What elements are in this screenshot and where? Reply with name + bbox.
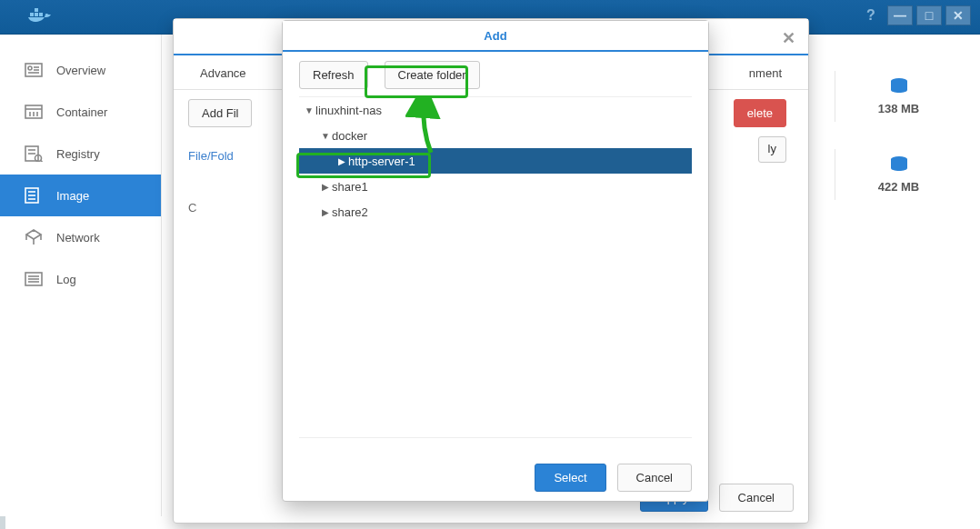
chevron-right-icon: ▶ (335, 156, 348, 166)
refresh-button[interactable]: Refresh (299, 61, 368, 89)
sidebar-item-image[interactable]: Image (0, 175, 161, 216)
svg-rect-3 (35, 8, 38, 12)
create-folder-button[interactable]: Create folder (385, 61, 480, 89)
close-button[interactable]: ✕ (945, 5, 971, 25)
svg-line-18 (41, 161, 43, 163)
tree-node-label: share2 (332, 205, 368, 219)
log-icon (24, 269, 44, 289)
tab-environment[interactable]: nment (732, 55, 799, 89)
sidebar-item-label: Image (56, 189, 89, 203)
c-label: C (188, 201, 196, 215)
database-icon (889, 155, 909, 176)
close-icon[interactable]: ✕ (782, 28, 795, 48)
maximize-button[interactable]: □ (916, 5, 942, 25)
add-dialog: Add Refresh Create folder ▼ linuxhint-na… (282, 20, 709, 502)
sidebar-item-label: Network (56, 231, 100, 245)
sidebar-item-label: Overview (56, 64, 105, 77)
add-file-button[interactable]: Add Fil (188, 99, 252, 127)
svg-rect-0 (30, 13, 34, 16)
tree-node-docker[interactable]: ▼ docker (299, 123, 692, 148)
tree-node-share2[interactable]: ▶ share2 (299, 199, 692, 225)
apply-fragment-button[interactable]: ly (758, 136, 786, 163)
select-button[interactable]: Select (535, 464, 605, 492)
overview-icon (24, 60, 44, 80)
file-folder-link[interactable]: File/Fold (188, 149, 234, 163)
sidebar: Overview Container Registry Image Networ… (0, 35, 162, 516)
svg-marker-23 (26, 230, 41, 239)
minimize-button[interactable]: — (887, 5, 913, 25)
database-icon (889, 77, 909, 98)
chevron-right-icon: ▶ (319, 207, 332, 217)
registry-icon (24, 144, 44, 164)
image-size-block: 138 MB (835, 71, 962, 122)
image-icon (24, 185, 44, 205)
tree-node-label: linuxhint-nas (315, 104, 382, 117)
tree-node-label: share1 (332, 180, 368, 194)
sidebar-item-label: Container (56, 105, 107, 119)
network-icon (24, 227, 44, 247)
cancel-button[interactable]: Cancel (719, 484, 794, 512)
image-size-block: 422 MB (835, 149, 962, 200)
svg-point-5 (28, 66, 32, 70)
sidebar-item-log[interactable]: Log (0, 258, 161, 300)
delete-button[interactable]: elete (734, 99, 786, 127)
svg-rect-1 (35, 13, 38, 16)
folder-tree: ▼ linuxhint-nas ▼ docker ▶ http-server-1… (299, 96, 692, 438)
tab-advanced[interactable]: Advance (183, 55, 264, 89)
chevron-right-icon: ▶ (319, 182, 332, 192)
sidebar-item-container[interactable]: Container (0, 91, 161, 133)
image-size-label: 138 MB (878, 102, 920, 115)
window-buttons: ? — □ ✕ (858, 5, 971, 25)
sidebar-item-network[interactable]: Network (0, 216, 161, 258)
add-dialog-toolbar: Refresh Create folder (283, 52, 708, 96)
chevron-down-icon: ▼ (319, 131, 332, 141)
help-button[interactable]: ? (858, 5, 884, 25)
tree-node-label: http-server-1 (348, 155, 415, 168)
image-size-label: 422 MB (878, 180, 920, 194)
container-icon (24, 102, 44, 122)
tree-node-http-server-1[interactable]: ▶ http-server-1 (299, 148, 692, 174)
docker-whale-icon (27, 7, 51, 28)
add-dialog-footer: Select Cancel (535, 464, 692, 492)
sidebar-item-label: Registry (56, 147, 100, 161)
image-size-panel: 138 MB 422 MB (835, 71, 962, 227)
sidebar-item-registry[interactable]: Registry (0, 133, 161, 175)
cancel-button[interactable]: Cancel (617, 464, 692, 492)
tree-node-label: docker (332, 129, 367, 143)
svg-rect-2 (39, 13, 43, 16)
tree-node-share1[interactable]: ▶ share1 (299, 174, 692, 199)
tree-node-root[interactable]: ▼ linuxhint-nas (299, 97, 692, 123)
sidebar-item-overview[interactable]: Overview (0, 49, 161, 91)
chevron-down-icon: ▼ (303, 105, 315, 115)
add-dialog-title: Add (283, 21, 708, 52)
sidebar-item-label: Log (56, 273, 76, 286)
